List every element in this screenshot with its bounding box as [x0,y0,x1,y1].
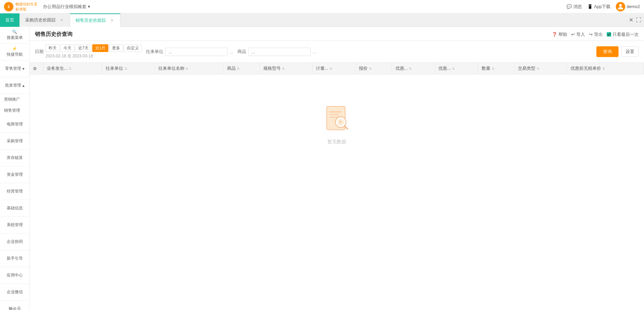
chevron-down-icon: ▾ [22,66,24,71]
svg-point-2 [619,4,622,7]
chevron-up-icon: ▴ [22,83,24,88]
sidebar-item-inventory[interactable]: 库存核算 [0,150,29,166]
sidebar-sub-item-sales-mgmt[interactable]: 销售管理 [0,105,29,116]
page-header: 销售历史价查询 ❓ 帮助 ↩ 导入 ↪ 导出 只看最后一次 [30,27,644,41]
sidebar-item-ecommerce[interactable]: 电商管理 [0,116,29,133]
main-layout: 🔍 搜索菜单 ⚡ 快捷导航 零售管理 ▾ 批发管理 ▴ 营销推广 销售管理 电商… [0,27,644,310]
settings-icon[interactable]: ⚙ [33,66,37,71]
sidebar-item-quick-nav[interactable]: ⚡ 快捷导航 [0,44,29,60]
table-header: ⚙ 业务发生... ⇅ 往来单位 ⇅ 往来单位名称 ⇅ [30,63,644,74]
message-icon: 💬 [567,4,572,9]
th-settings: ⚙ [30,63,43,74]
tab-sales[interactable]: 销售历史价跟踪 × [70,13,120,27]
th-quantity[interactable]: 数量 ⇅ [478,63,515,74]
svg-text:6: 6 [8,5,10,9]
date-btn-yesterday[interactable]: 昨天 [46,44,60,52]
top-header: 6 畅捷信好生意 标准版 办公用品行业模拟账套 ▾ 💬 消息 📱 App下载 d… [0,0,644,13]
settings-button[interactable]: 设置 [621,46,639,57]
partner-filter-group: 往来单位 ... [146,48,233,56]
page-actions: ❓ 帮助 ↩ 导入 ↪ 导出 只看最后一次 [552,32,639,38]
th-quote-price[interactable]: 报价 ⇅ [356,63,392,74]
app-logo: 6 [4,2,13,11]
sort-icon: ⇅ [282,67,285,70]
date-btn-custom[interactable]: 自定义 [124,44,142,52]
th-unit[interactable]: 计量... ⇅ [312,63,356,74]
date-btn-last1month[interactable]: 近1月 [92,44,109,52]
nav-icon: ⚡ [12,46,17,51]
product-input[interactable] [248,48,311,56]
date-btn-last7days[interactable]: 近7天 [75,44,92,52]
close-all-tabs-button[interactable]: ✕ [629,17,633,23]
last-only-label[interactable]: 只看最后一次 [612,32,639,38]
empty-state: ? 暂无数据 [30,74,644,172]
last-only-checkbox-group: 只看最后一次 [607,32,639,38]
th-spec[interactable]: 规格型号 ⇅ [260,63,313,74]
filter-bar: 日期 昨天 今天 近7天 近1月 更多 自定义 2023-02-18 至 202… [30,41,644,63]
sort-icon: ⇅ [185,67,188,70]
sidebar-item-finance[interactable]: 资金管理 [0,166,29,183]
sort-icon: ⇅ [124,67,127,70]
maximize-button[interactable]: ⛶ [636,17,641,23]
sidebar-item-enterprise-coop[interactable]: 企业协同 [0,234,29,250]
page-title: 销售历史价查询 [35,31,72,38]
sidebar-item-enterprise-wechat[interactable]: 企业微信 [0,284,29,301]
th-discount2[interactable]: 优惠... ⇅ [435,63,478,74]
th-biz-date[interactable]: 业务发生... ⇅ [43,63,102,74]
sidebar-item-new-guide[interactable]: 新手引导 [0,250,29,267]
import-button[interactable]: ↩ 导入 [571,32,585,38]
sidebar-item-basic-info[interactable]: 基础信息 [0,200,29,217]
table-header-row: ⚙ 业务发生... ⇅ 往来单位 ⇅ 往来单位名称 ⇅ [30,63,644,74]
th-discount1[interactable]: 优惠... ⇅ [392,63,435,74]
export-button[interactable]: ↪ 导出 [589,32,603,38]
tab-bar: 首页 采购历史价跟踪 × 销售历史价跟踪 × ✕ ⛶ [0,13,644,27]
header-left: 6 畅捷信好生意 标准版 办公用品行业模拟账套 ▾ [4,2,93,11]
download-icon: 📱 [587,4,593,9]
date-btn-today[interactable]: 今天 [60,44,74,52]
sort-icon: ⇅ [492,67,494,70]
industry-selector[interactable]: 办公用品行业模拟账套 ▾ [40,2,93,11]
sort-icon: ⇅ [329,67,332,70]
table-wrapper: ⚙ 业务发生... ⇅ 往来单位 ⇅ 往来单位名称 ⇅ [30,63,644,172]
empty-illustration: ? [320,101,354,135]
partner-input[interactable] [165,48,228,56]
th-pretax-price[interactable]: 优惠前无税单价 ⇅ [567,63,644,74]
partner-label: 往来单位 [146,49,163,55]
sidebar-item-app-center[interactable]: 应用中心 [0,267,29,284]
tab-purchase-close[interactable]: × [59,17,64,23]
query-button[interactable]: 查询 [596,46,619,57]
logo-text: 畅捷信好生意 标准版 [15,2,38,11]
user-menu[interactable]: demo2 [616,2,640,11]
tab-purchase[interactable]: 采购历史价跟踪 × [20,13,70,27]
sidebar-sub-item-marketing[interactable]: 营销推广 [0,94,29,105]
th-trade-type[interactable]: 交易类型 ⇅ [515,63,567,74]
tab-home[interactable]: 首页 [0,13,20,27]
app-download-button[interactable]: 📱 App下载 [587,4,610,10]
th-product[interactable]: 商品 ⇅ [223,63,260,74]
th-partner-name[interactable]: 往来单位名称 ⇅ [155,63,223,74]
last-only-checkbox[interactable] [607,32,611,37]
tab-sales-close[interactable]: × [109,18,115,23]
sidebar: 🔍 搜索菜单 ⚡ 快捷导航 零售管理 ▾ 批发管理 ▴ 营销推广 销售管理 电商… [0,27,30,310]
sidebar-item-purchase-mgmt[interactable]: 采购管理 [0,133,29,150]
content-area: 销售历史价查询 ❓ 帮助 ↩ 导入 ↪ 导出 只看最后一次 [30,27,644,310]
message-button[interactable]: 💬 消息 [567,4,582,10]
sidebar-item-system-mgmt[interactable]: 系统管理 [0,217,29,234]
sidebar-item-retail-mgmt[interactable]: 零售管理 ▾ [0,60,29,77]
sort-icon: ⇅ [409,67,412,70]
date-btn-more[interactable]: 更多 [109,44,123,52]
th-partner-code[interactable]: 往来单位 ⇅ [102,63,155,74]
data-table: ⚙ 业务发生... ⇅ 往来单位 ⇅ 往来单位名称 ⇅ [30,63,644,74]
avatar [616,2,625,11]
sidebar-item-operations[interactable]: 经营管理 [0,183,29,200]
sidebar-item-wholesale-mgmt[interactable]: 批发管理 ▴ [0,77,29,94]
sidebar-item-search-menu[interactable]: 🔍 搜索菜单 [0,27,29,44]
sidebar-item-vip-member[interactable]: 畅会员 [0,301,29,310]
sort-icon: ⇅ [602,67,605,70]
sort-icon: ⇅ [452,67,455,70]
header-right: 💬 消息 📱 App下载 demo2 [567,2,640,11]
chevron-down-icon: ▾ [88,4,90,9]
svg-text:?: ? [339,120,341,125]
date-range-buttons: 昨天 今天 近7天 近1月 更多 自定义 [46,44,142,52]
help-button[interactable]: ❓ 帮助 [552,32,567,38]
sort-icon: ⇅ [237,67,239,70]
